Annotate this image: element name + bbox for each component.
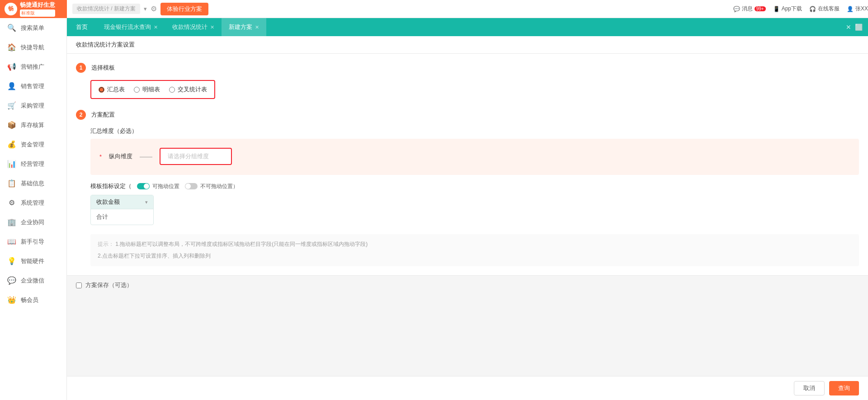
tips-item-1: 1.拖动标题栏可以调整布局，不可跨维度或指标区域拖动栏目字段(只能在同一维度或指…: [115, 241, 368, 247]
logo-badge: 标准版: [20, 9, 55, 17]
header-actions: 💬 消息 99+ 📱 App下载 🎧 在线客服 👤 张XX: [733, 5, 868, 13]
page-title: 收款情况统计方案设置: [76, 41, 135, 48]
sidebar-label-system: 系统管理: [21, 199, 44, 207]
drag-indicator-inactive: [185, 183, 198, 189]
purchase-icon: 🛒: [7, 101, 16, 110]
radio-summary-input[interactable]: [99, 87, 104, 93]
metrics-header: 模板指标设定（ 可拖动位置 不可拖动位置）: [90, 182, 859, 190]
sidebar-label-home: 快捷导航: [21, 43, 44, 52]
save-row: 方案保存（可选）: [67, 275, 868, 295]
radio-detail-label: 明细表: [142, 85, 160, 94]
tab-new-plan-label: 新建方案: [229, 23, 252, 31]
radio-cross-input[interactable]: [169, 87, 175, 93]
tab-collections-label: 收款情况统计: [172, 23, 208, 31]
guide-icon: 📖: [7, 237, 16, 246]
dimension-row: * 纵向维度 —— 请选择分组维度: [99, 148, 850, 165]
gear-icon[interactable]: ⚙: [151, 5, 157, 13]
basics-icon: 📋: [7, 179, 16, 188]
tab-home-label: 首页: [76, 23, 88, 31]
sidebar-label-enterprise: 企业协同: [21, 218, 44, 226]
logo-title: 畅捷通好生意: [20, 1, 55, 9]
tab-cashflow-close[interactable]: ✕: [154, 24, 158, 30]
sidebar-label-search: 搜索菜单: [21, 24, 44, 32]
form-section: 1 选择模板 汇总表 明细表: [67, 54, 868, 275]
vertical-label: 纵向维度: [109, 152, 132, 160]
radio-cross-label: 交叉统计表: [178, 85, 207, 94]
step2-row: 2 方案配置: [76, 110, 859, 120]
step1-row: 1 选择模板: [76, 63, 859, 73]
tab-collections-close[interactable]: ✕: [210, 24, 214, 30]
tab-maximize-icon[interactable]: ⬜: [855, 24, 863, 31]
marketing-icon: 📢: [7, 62, 16, 71]
sidebar-item-search[interactable]: 🔍 搜索菜单: [0, 18, 66, 38]
user-name: 张XX: [855, 5, 868, 13]
not-draggable-badge: 不可拖动位置）: [185, 183, 238, 190]
stats-col-header: 收款金额: [96, 198, 120, 206]
logo-area: 畅 畅捷通好生意 标准版: [0, 0, 67, 18]
search-icon: 🔍: [7, 24, 16, 32]
inventory-icon: 📦: [7, 121, 16, 129]
sidebar-item-hardware[interactable]: 💡 智能硬件: [0, 251, 66, 271]
sidebar-item-system[interactable]: ⚙ 系统管理: [0, 193, 66, 212]
save-label[interactable]: 方案保存（可选）: [85, 281, 132, 289]
radio-cross[interactable]: 交叉统计表: [169, 85, 207, 94]
radio-summary[interactable]: 汇总表: [99, 85, 125, 94]
sidebar: 🔍 搜索菜单 🏠 快捷导航 📢 营销推广 👤 销售管理 🛒 采购管理 📦 库存核…: [0, 18, 67, 400]
breadcrumb-dropdown-icon[interactable]: ▾: [144, 5, 147, 12]
step1-label: 选择模板: [91, 64, 115, 72]
tab-new-plan-close[interactable]: ✕: [255, 24, 259, 30]
user-avatar: 👤: [847, 6, 854, 12]
sidebar-item-home[interactable]: 🏠 快捷导航: [0, 38, 66, 57]
tab-close-icon[interactable]: ✕: [846, 24, 851, 31]
sidebar-item-guide[interactable]: 📖 新手引导: [0, 232, 66, 251]
tab-collections[interactable]: 收款情况统计 ✕: [165, 18, 222, 36]
sidebar-item-marketing[interactable]: 📢 营销推广: [0, 57, 66, 76]
sidebar-item-purchase[interactable]: 🛒 采购管理: [0, 96, 66, 115]
sidebar-item-wechat[interactable]: 💬 企业微信: [0, 271, 66, 290]
tab-new-plan[interactable]: 新建方案 ✕: [222, 18, 266, 36]
sidebar-item-sales[interactable]: 👤 销售管理: [0, 76, 66, 96]
service-item[interactable]: 🎧 在线客服: [809, 5, 840, 13]
hardware-icon: 💡: [7, 257, 16, 265]
system-icon: ⚙: [7, 198, 16, 207]
dimension-area: * 纵向维度 —— 请选择分组维度: [90, 139, 859, 175]
sidebar-item-basics[interactable]: 📋 基础信息: [0, 174, 66, 193]
page-content: 收款情况统计方案设置 1 选择模板 汇总表: [67, 36, 868, 376]
tab-home[interactable]: 首页: [67, 18, 97, 36]
required-mark: *: [99, 153, 102, 160]
radio-summary-label: 汇总表: [107, 85, 125, 94]
dimension-input[interactable]: 请选择分组维度: [160, 148, 232, 165]
query-button[interactable]: 查询: [829, 381, 859, 395]
sidebar-item-enterprise[interactable]: 🏢 企业协同: [0, 212, 66, 232]
sidebar-item-finance[interactable]: 💰 资金管理: [0, 135, 66, 154]
metrics-config: 模板指标设定（ 可拖动位置 不可拖动位置）: [90, 182, 859, 225]
download-item[interactable]: 📱 App下载: [773, 5, 802, 13]
sidebar-label-member: 畅会员: [21, 296, 38, 304]
stats-dropdown-icon[interactable]: ▾: [145, 199, 148, 205]
user-item[interactable]: 👤 张XX: [847, 5, 868, 13]
metrics-title: 模板指标设定（: [90, 182, 132, 190]
stats-col-sub: 合计: [96, 213, 108, 220]
sales-icon: 👤: [7, 82, 16, 90]
industry-button[interactable]: 体验行业方案: [160, 3, 208, 15]
dimension-arrow: ——: [140, 153, 152, 160]
sidebar-label-inventory: 库存核算: [21, 121, 44, 129]
tab-bar-actions: ✕ ⬜: [846, 24, 868, 31]
cancel-button[interactable]: 取消: [794, 381, 825, 395]
tab-cashflow-label: 现金银行流水查询: [104, 23, 151, 31]
sidebar-item-member[interactable]: 👑 畅会员: [0, 290, 66, 310]
sidebar-item-inventory[interactable]: 📦 库存核算: [0, 115, 66, 135]
step2-num: 2: [76, 110, 86, 120]
sidebar-label-management: 经营管理: [21, 160, 44, 168]
sidebar-label-marketing: 营销推广: [21, 63, 44, 71]
save-checkbox[interactable]: [76, 282, 82, 288]
message-item[interactable]: 💬 消息 99+: [733, 5, 766, 13]
management-icon: 📊: [7, 160, 16, 168]
radio-detail[interactable]: 明细表: [134, 85, 160, 94]
page-title-bar: 收款情况统计方案设置: [67, 36, 868, 54]
radio-detail-input[interactable]: [134, 87, 140, 93]
breadcrumb: 收款情况统计 / 新建方案: [72, 4, 140, 14]
sidebar-item-management[interactable]: 📊 经营管理: [0, 154, 66, 174]
download-label: App下载: [782, 5, 802, 13]
tab-cashflow[interactable]: 现金银行流水查询 ✕: [97, 18, 165, 36]
